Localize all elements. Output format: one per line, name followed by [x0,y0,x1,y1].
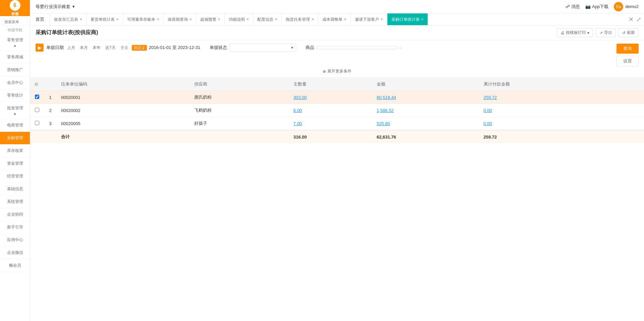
logo-icon: 6 [10,0,20,11]
sidebar-item-member[interactable]: 畅会员 [0,259,30,272]
row-amount[interactable]: 1,586.52 [373,104,480,117]
message-label: 消息 [571,4,580,10]
tab-close-icon[interactable]: ✕ [380,13,383,25]
shortcut-last-month[interactable]: 上月 [66,44,76,51]
tab-close-icon[interactable]: ✕ [189,13,192,25]
row-amount[interactable]: 525.80 [373,117,480,130]
sidebar-item-capital[interactable]: 资金管理 [0,157,30,170]
sidebar-item-retail-stats[interactable]: 零售统计 [0,89,30,102]
maximize-icon[interactable]: ⤢ [636,16,641,23]
tab-peizhixinxi[interactable]: 配置信息 ✕ [253,13,282,25]
row-quantity[interactable]: 7.00 [289,117,373,130]
tab-close-icon[interactable]: ✕ [421,13,424,25]
expand-icon: ⊕ [323,69,326,74]
row-quantity[interactable]: 303.00 [289,91,373,104]
checkbox-input[interactable] [35,108,39,112]
sidebar-item-operations[interactable]: 经营管理 [0,170,30,183]
tab-shoufayi[interactable]: 收发存汇总表 ✕ [50,13,87,25]
col-quantity-header: 主数量 [289,78,373,91]
tab-close-icon[interactable]: ✕ [246,13,249,25]
tab-close-icon[interactable]: ✕ [79,13,82,25]
toggle-icon: ▶ [38,45,42,50]
setting-button[interactable]: 设置 [616,56,639,66]
shortcut-more[interactable]: 更多 [119,44,130,51]
shortcut-7days[interactable]: 近7天 [104,44,117,51]
tab-gongnengshuo[interactable]: 功能说明 ✕ [225,13,253,25]
tab-close-icon[interactable]: ✕ [344,13,346,25]
export-button[interactable]: ↗ 导出 [596,28,616,37]
tab-keyongliang[interactable]: 可用量库存账本 ✕ [123,13,164,25]
close-all-icon[interactable]: ✕ [629,16,634,23]
checkbox-input[interactable] [35,95,39,99]
sidebar-item-marketing[interactable]: 营销推广 [0,64,30,76]
status-filter-group: 单据状态 ▾ [210,44,296,52]
sidebar-item-inventory[interactable]: 库存核算 [0,145,30,157]
row-quantity[interactable]: 6.00 [289,104,373,117]
sidebar-search-input[interactable] [2,18,28,25]
sidebar-quick-nav[interactable]: 快捷导航 [0,28,30,34]
tab-chaochuyujing[interactable]: 超储预警 ✕ [196,13,225,25]
tab-close-icon[interactable]: ✕ [275,13,277,25]
query-button[interactable]: 查询 [616,44,639,54]
sidebar-item-enterprise[interactable]: 企业协同 [0,208,30,221]
row-paid[interactable]: 259.72 [480,91,613,104]
printer-icon: 🖨 [560,31,565,35]
row-extra [613,104,644,117]
row-paid[interactable]: 0.00 [480,117,613,130]
sidebar-item-purchase[interactable]: 采购管理 [0,132,30,145]
sidebar-item-label: 经营管理 [7,173,23,179]
sidebar-item-ecommerce[interactable]: 电商管理 [0,119,30,132]
tab-close-icon[interactable]: ✕ [311,13,314,25]
date-filter-group: 单据日期 上月 本月 本年 近7天 更多 自定义 2016-01-01 至 20… [46,44,200,51]
tab-yaohuo[interactable]: 要货单统计表 ✕ [87,13,123,25]
tab-yaoqingxiayou[interactable]: 邀请下游客户 ✕ [351,13,387,25]
tab-caigoudingdan[interactable]: 采购订单统计表 ✕ [387,13,428,25]
sidebar-item-basic[interactable]: 基础信息 [0,183,30,196]
row-checkbox[interactable] [30,91,44,104]
data-table: ⚙ 往来单位编码 供应商 主数量 金额 累计付款金额 [30,78,644,143]
row-checkbox[interactable] [30,117,44,130]
column-settings-icon[interactable]: ⚙ [34,82,39,87]
sidebar-item-members[interactable]: 会员中心 [0,76,30,89]
expand-more-row: ⊕ 展开更多条件 [36,66,639,74]
user-profile[interactable]: Ea demo2 [614,2,639,11]
sidebar-item-wholesale[interactable]: 批发管理 ▲ [0,102,30,119]
app-download-btn[interactable]: 📷 App下载 [585,4,608,10]
row-paid[interactable]: 0.00 [480,104,613,117]
tab-close-icon[interactable]: ✕ [218,13,220,25]
status-label: 单据状态 [210,45,227,51]
message-btn[interactable]: ☍ 消息 [566,4,580,10]
goods-select[interactable] [316,46,397,49]
sidebar-item-system[interactable]: 系统管理 [0,196,30,208]
tab-baobiaoqi[interactable]: 保质期查询 ✕ [164,13,196,25]
date-label: 单据日期 [46,45,64,51]
sidebar-item-corpwechat[interactable]: 企业微信 [0,247,30,259]
sidebar-item-label: 营销推广 [7,67,23,73]
shortcut-this-month[interactable]: 本月 [78,44,89,51]
sidebar-item-newguide[interactable]: 新手引导 [0,221,30,234]
print-template-button[interactable]: 🖨 按模板打印 ▾ [557,28,593,37]
expand-more-button[interactable]: ⊕ 展开更多条件 [323,68,352,74]
app-logo: 6 标服 [0,0,30,16]
tab-close-icon[interactable]: ✕ [116,13,119,25]
status-select[interactable]: ▾ [229,44,296,52]
tab-close-icon[interactable]: ✕ [157,13,159,25]
tab-home[interactable]: 首页 [30,13,50,25]
sidebar-item-retail-mall[interactable]: 零售商城 [0,51,30,64]
sidebar-item-retail[interactable]: 零售管理 ▲ [0,34,30,51]
custom-date-tag[interactable]: 自定义 [132,45,147,51]
company-selector[interactable]: 母婴行业演示账套 ▾ [36,4,75,10]
footer-amount: 62,631.76 [373,130,480,143]
goods-more-btn[interactable]: ··· [399,45,402,50]
shortcut-this-year[interactable]: 本年 [91,44,102,51]
row-checkbox[interactable] [30,104,44,117]
row-amount[interactable]: 60,519.44 [373,91,480,104]
filter-toggle-btn[interactable]: ▶ [36,44,44,52]
row-supplier: 惠氏奶粉 [190,91,289,104]
refresh-button[interactable]: ↺ 刷新 [619,28,639,37]
col-paid-header: 累计付款金额 [480,78,613,91]
tab-tuohuorenwu[interactable]: 拖货任务管理 ✕ [282,13,318,25]
checkbox-input[interactable] [35,121,39,125]
sidebar-item-appcenter[interactable]: 应用中心 [0,234,30,247]
tab-chengbentiaozheng[interactable]: 成本调整单 ✕ [318,13,351,25]
